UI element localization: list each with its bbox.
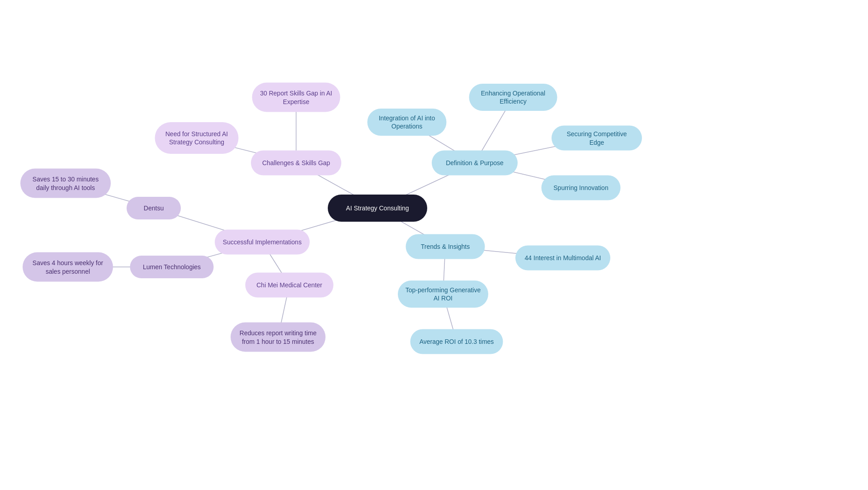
mindmap-container: AI Strategy ConsultingChallenges & Skill… [0,0,868,490]
node-top_gen[interactable]: Top-performing Generative AI ROI [398,281,488,308]
node-challenges[interactable]: Challenges & Skills Gap [251,151,341,176]
node-structured[interactable]: Need for Structured AI Strategy Consulti… [155,122,239,154]
node-saves_daily[interactable]: Saves 15 to 30 minutes daily through AI … [20,169,111,198]
node-chi_mei[interactable]: Chi Mei Medical Center [245,273,334,298]
node-multimodal[interactable]: 44 Interest in Multimodal AI [515,246,610,271]
node-dentsu[interactable]: Dentsu [127,197,181,219]
central-node[interactable]: AI Strategy Consulting [328,195,427,222]
node-integration[interactable]: Integration of AI into Operations [368,109,447,136]
node-enhancing[interactable]: Enhancing Operational Efficiency [469,84,557,111]
node-reduces[interactable]: Reduces report writing time from 1 hour … [231,323,326,352]
node-avg_roi[interactable]: Average ROI of 10.3 times [410,329,503,354]
node-trends[interactable]: Trends & Insights [406,234,485,259]
node-definition[interactable]: Definition & Purpose [432,151,518,176]
node-spurring[interactable]: Spurring Innovation [542,176,621,200]
node-securing[interactable]: Securing Competitive Edge [552,126,642,151]
node-skills_gap[interactable]: 30 Report Skills Gap in AI Expertise [252,83,340,112]
node-saves_weekly[interactable]: Saves 4 hours weekly for sales personnel [23,252,113,282]
node-successful[interactable]: Successful Implementations [215,230,310,255]
node-lumen[interactable]: Lumen Technologies [130,256,214,278]
